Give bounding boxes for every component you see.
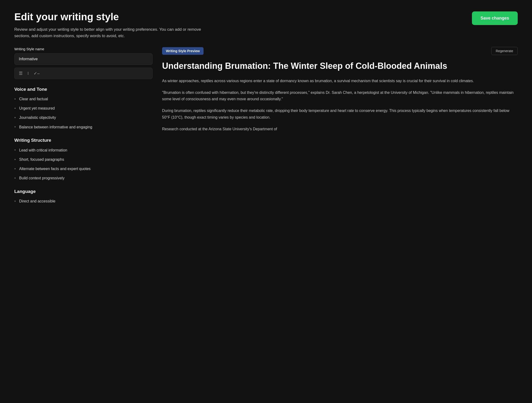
unordered-list-icon[interactable]: ☰ xyxy=(19,71,23,76)
section-list-writing-structure: Lead with critical informationShort, foc… xyxy=(14,147,152,181)
regenerate-button[interactable]: Regenerate xyxy=(491,47,518,55)
preview-paragraph: As winter approaches, reptiles across va… xyxy=(162,78,518,84)
preview-paragraph: During brumation, reptiles significantly… xyxy=(162,107,518,120)
left-panel: Writing Style name ☰ ⁞ ✓– Voice and Tone… xyxy=(14,47,152,212)
list-item: Balance between informative and engaging xyxy=(14,124,152,130)
section-title-language: Language xyxy=(14,189,152,194)
header-left: Edit your writing style Review and adjus… xyxy=(14,12,229,39)
section-language: LanguageDirect and accessible xyxy=(14,189,152,204)
preview-body: As winter approaches, reptiles across va… xyxy=(162,78,518,132)
main-content: Writing Style name ☰ ⁞ ✓– Voice and Tone… xyxy=(14,47,518,212)
list-item: Lead with critical information xyxy=(14,147,152,153)
list-item: Build context progressively xyxy=(14,175,152,181)
list-item: Direct and accessible xyxy=(14,198,152,204)
preview-header: Writing Style Preview Regenerate xyxy=(162,47,518,55)
preview-paragraph: "Brumation is often confused with hibern… xyxy=(162,89,518,102)
sections-container: Voice and ToneClear and factualUrgent ye… xyxy=(14,87,152,205)
save-button[interactable]: Save changes xyxy=(472,12,518,25)
section-title-voice-and-tone: Voice and Tone xyxy=(14,87,152,92)
list-item: Journalistic objectivity xyxy=(14,115,152,121)
page-title: Edit your writing style xyxy=(14,12,229,22)
preview-paragraph: Research conducted at the Arizona State … xyxy=(162,126,518,132)
writing-style-name-label: Writing Style name xyxy=(14,47,152,51)
ordered-list-icon[interactable]: ⁞ xyxy=(27,71,29,76)
preview-badge: Writing Style Preview xyxy=(162,47,203,55)
page-description: Review and adjust your writing style to … xyxy=(14,26,205,39)
toolbar: ☰ ⁞ ✓– xyxy=(14,68,152,79)
right-panel: Writing Style Preview Regenerate Underst… xyxy=(162,47,518,212)
section-writing-structure: Writing StructureLead with critical info… xyxy=(14,138,152,181)
section-list-language: Direct and accessible xyxy=(14,198,152,204)
list-item: Alternate between facts and expert quote… xyxy=(14,166,152,172)
page-header: Edit your writing style Review and adjus… xyxy=(14,12,518,39)
section-title-writing-structure: Writing Structure xyxy=(14,138,152,143)
section-voice-and-tone: Voice and ToneClear and factualUrgent ye… xyxy=(14,87,152,130)
writing-style-name-input[interactable] xyxy=(14,53,152,65)
preview-title: Understanding Brumation: The Winter Slee… xyxy=(162,61,518,71)
list-item: Urgent yet measured xyxy=(14,105,152,112)
list-item: Clear and factual xyxy=(14,96,152,102)
section-list-voice-and-tone: Clear and factualUrgent yet measuredJour… xyxy=(14,96,152,130)
list-item: Short, focused paragraphs xyxy=(14,157,152,163)
checklist-icon[interactable]: ✓– xyxy=(34,71,40,76)
